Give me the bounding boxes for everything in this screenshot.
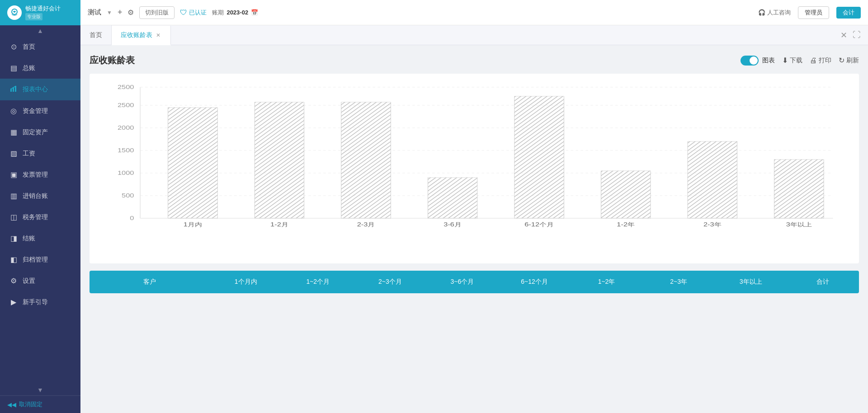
sidebar-item-label: 资金管理: [23, 107, 48, 115]
switch-old-version-button[interactable]: 切到旧版: [139, 6, 175, 19]
cancel-fixed-label: 取消固定: [19, 400, 42, 408]
invoice-icon: ▣: [9, 170, 18, 179]
header-right-actions: 🎧 人工咨询 管理员 会计: [758, 6, 861, 19]
report-icon: [9, 85, 18, 94]
chart-container: 0 500 1000 1500 2000 2500 2500 1: [90, 74, 859, 263]
svg-text:500: 500: [122, 192, 134, 198]
svg-text:2500: 2500: [118, 102, 134, 108]
sidebar-item-archive[interactable]: ◧ 归档管理: [0, 249, 80, 270]
certified-label: 已认证: [189, 9, 207, 17]
th-2-3months: 2~3个月: [354, 271, 426, 293]
sidebar-scroll-up[interactable]: ▲: [0, 25, 80, 36]
th-total: 合计: [787, 271, 859, 293]
workspace-settings-icon[interactable]: ⚙: [127, 8, 134, 17]
sidebar-item-settlement[interactable]: ◨ 结账: [0, 228, 80, 249]
refresh-icon: ↻: [839, 56, 844, 65]
chart-toggle-label: 图表: [762, 56, 775, 65]
sidebar-item-tutorial[interactable]: ▶ 新手引导: [0, 291, 80, 313]
sidebar-item-label: 工资: [23, 150, 35, 158]
top-header: 测试 ▼ + ⚙ 切到旧版 🛡 已认证 账期 2023-02 📅 🎧 人工咨询 …: [80, 0, 868, 25]
sidebar-scroll-down[interactable]: ▼: [0, 385, 80, 395]
svg-text:3年以上: 3年以上: [786, 221, 812, 227]
cancel-fixed-button[interactable]: ◀◀ 取消固定: [0, 395, 80, 413]
sidebar-item-home[interactable]: ⊙ 首页: [0, 36, 80, 57]
download-button[interactable]: ⬇ 下载: [782, 56, 802, 65]
app-name: 畅捷通好会计: [25, 5, 61, 13]
add-workspace-icon[interactable]: +: [118, 8, 123, 17]
svg-text:0: 0: [130, 215, 134, 221]
page-actions: 图表 ⬇ 下载 🖨 打印 ↻ 刷新: [741, 56, 859, 66]
sidebar-item-fixed-assets[interactable]: ▦ 固定资产: [0, 122, 80, 143]
period-info: 账期 2023-02 📅: [212, 9, 258, 17]
svg-text:1-2月: 1-2月: [270, 221, 288, 227]
tab-bar-actions: ✕ ⛶: [840, 25, 868, 45]
close-tab-button[interactable]: ✕: [840, 30, 847, 40]
sidebar-item-fund-management[interactable]: ◎ 资金管理: [0, 100, 80, 122]
th-1-2years: 1~2年: [571, 271, 643, 293]
page-title: 应收账龄表: [90, 54, 135, 66]
sidebar-item-label: 结账: [23, 235, 35, 243]
sidebar-item-label: 总账: [23, 64, 35, 72]
tax-icon: ◫: [9, 213, 18, 221]
salary-icon: ▨: [9, 149, 18, 158]
assets-icon: ▦: [9, 128, 18, 136]
svg-text:3-6月: 3-6月: [443, 221, 462, 227]
consult-button[interactable]: 🎧 人工咨询: [758, 9, 791, 17]
svg-text:2000: 2000: [118, 125, 134, 131]
svg-text:1500: 1500: [118, 147, 134, 153]
sidebar-item-label: 固定资产: [23, 128, 48, 136]
settlement-icon: ◨: [9, 234, 18, 243]
svg-point-1: [14, 11, 15, 13]
home-icon: ⊙: [9, 42, 18, 51]
sales-icon: ▥: [9, 192, 18, 200]
sidebar-item-invoice[interactable]: ▣ 发票管理: [0, 164, 80, 185]
content-area: 应收账龄表 图表 ⬇ 下载 🖨 打印 ↻ 刷新: [80, 45, 868, 413]
fullscreen-button[interactable]: ⛶: [853, 30, 861, 40]
bar-3年以上: [774, 160, 824, 218]
settings-icon: ⚙: [9, 277, 18, 285]
sidebar-item-label: 首页: [23, 43, 35, 51]
sidebar-item-sales-ledger[interactable]: ▥ 进销台账: [0, 185, 80, 206]
table-header: 客户 1个月内 1~2个月 2~3个月 3~6个月 6~12个月 1~2年 2~…: [90, 271, 859, 293]
period-text-label: 账期: [212, 9, 224, 17]
workspace-dropdown-icon[interactable]: ▼: [107, 9, 112, 16]
tab-accounts-aging[interactable]: 应收账龄表 ✕: [112, 26, 171, 45]
sidebar-item-label: 报表中心: [23, 85, 48, 94]
sidebar-item-salary[interactable]: ▨ 工资: [0, 143, 80, 164]
main-area: 测试 ▼ + ⚙ 切到旧版 🛡 已认证 账期 2023-02 📅 🎧 人工咨询 …: [80, 0, 868, 413]
download-label: 下载: [790, 56, 802, 65]
app-logo-icon: [7, 5, 22, 20]
sidebar-nav: ⊙ 首页 ▤ 总账 报表中心 ◎ 资金管理 ▦ 固定资产: [0, 36, 80, 385]
print-button[interactable]: 🖨 打印: [810, 56, 831, 65]
print-label: 打印: [819, 56, 831, 65]
bar-1-2年: [601, 171, 651, 218]
sidebar-item-report-center[interactable]: 报表中心: [0, 79, 80, 100]
sidebar-item-general-ledger[interactable]: ▤ 总账: [0, 57, 80, 79]
svg-text:1000: 1000: [118, 170, 134, 176]
bar-1月内: [168, 108, 217, 218]
svg-text:6-12个月: 6-12个月: [524, 221, 554, 227]
calendar-icon[interactable]: 📅: [251, 9, 258, 16]
bar-3-6月: [428, 178, 477, 218]
chart-toggle[interactable]: [741, 56, 759, 66]
refresh-button[interactable]: ↻ 刷新: [839, 56, 859, 65]
tab-close-icon[interactable]: ✕: [155, 31, 161, 39]
svg-text:2500: 2500: [118, 84, 134, 90]
bar-1-2月: [255, 102, 304, 218]
sidebar-item-tax[interactable]: ◫ 税务管理: [0, 206, 80, 228]
sidebar-item-settings[interactable]: ⚙ 设置: [0, 270, 80, 291]
bar-2-3年: [688, 141, 737, 218]
tab-bar: 首页 应收账龄表 ✕ ✕ ⛶: [80, 25, 868, 45]
svg-text:2-3年: 2-3年: [703, 221, 722, 227]
ledger-icon: ▤: [9, 64, 18, 72]
bar-6-12月: [514, 96, 564, 218]
consult-label: 人工咨询: [767, 9, 791, 17]
archive-icon: ◧: [9, 255, 18, 264]
print-icon: 🖨: [810, 56, 817, 65]
accountant-button[interactable]: 会计: [836, 7, 861, 19]
admin-button[interactable]: 管理员: [798, 6, 829, 19]
tab-home[interactable]: 首页: [80, 25, 112, 45]
fund-icon: ◎: [9, 107, 18, 115]
table-container: 客户 1个月内 1~2个月 2~3个月 3~6个月 6~12个月 1~2年 2~…: [90, 271, 859, 293]
tab-aging-label: 应收账龄表: [121, 31, 152, 39]
